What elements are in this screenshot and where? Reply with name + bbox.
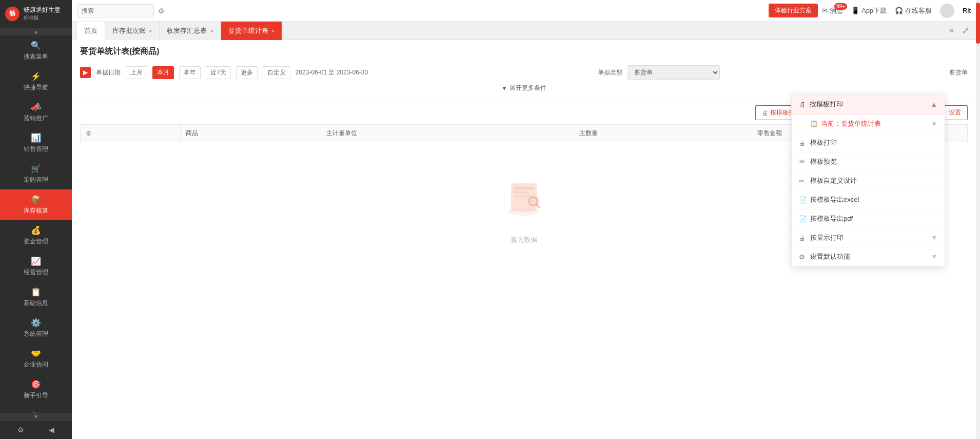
close-order-stats-icon[interactable]: ×: [271, 28, 275, 34]
sidebar-item-basic[interactable]: 📋基础信息: [0, 282, 72, 313]
date-btn-7days[interactable]: 近7天: [206, 66, 231, 79]
dropdown-current-item[interactable]: 📋 当前：要货单统计表 ▼: [792, 114, 945, 133]
dropdown-close-icon[interactable]: ▲: [930, 100, 937, 108]
tab-home[interactable]: 首页: [77, 22, 105, 40]
dropdown-item-template-pdf[interactable]: 📄 按模板导出pdf: [792, 209, 945, 228]
date-btn-current[interactable]: 本月: [152, 66, 174, 79]
sidebar-item-finance[interactable]: 💰资金管理: [0, 220, 72, 251]
sidebar-scroll-up[interactable]: ▲: [0, 28, 72, 35]
sidebar-item-guide[interactable]: 🎯新手引导: [0, 374, 72, 405]
table-settings-icon[interactable]: ⚙: [86, 130, 91, 137]
sidebar-item-search[interactable]: 🔍搜索菜单: [0, 35, 72, 66]
message-badge: 99+: [834, 3, 847, 10]
sidebar-item-system[interactable]: ⚙️系统管理: [0, 313, 72, 343]
order-cat-label: 要货单: [949, 68, 968, 77]
tab-bar: 首页 库存批次账 × 收发存汇总表 × 要货单统计表 × × ⤢: [72, 22, 976, 40]
sidebar-icon-marketing: 📣: [31, 102, 41, 112]
experience-industry-button[interactable]: 体验行业方案: [769, 4, 818, 17]
online-service-btn[interactable]: 🎧 在线客服: [895, 6, 932, 15]
filter-row-1: ▶ 单据日期 上月 本月 本年 近7天 更多 自定义 2023-06-01 至 …: [80, 65, 968, 80]
svg-rect-4: [514, 195, 532, 197]
sidebar-icon-guide: 🎯: [31, 379, 41, 389]
sidebar-bottom: ⚙ ◀: [0, 420, 72, 439]
sidebar-icon-shortcut: ⚡: [31, 71, 41, 81]
col-settings[interactable]: ⚙: [81, 125, 181, 142]
dropdown-item-template-preview[interactable]: 👁 模板预览: [792, 152, 945, 171]
window-close-icon[interactable]: ×: [947, 24, 956, 37]
dropdown-item-display-print[interactable]: 🖨 按显示打印 ▼: [792, 228, 945, 247]
sidebar-item-cooperation[interactable]: 🤝企业协同: [0, 343, 72, 374]
sidebar-icon-purchase: 🛒: [31, 164, 41, 174]
settings-button[interactable]: 设置: [942, 105, 968, 120]
sidebar-item-marketing[interactable]: 📣营销推广: [0, 97, 72, 128]
settings-icon[interactable]: ⚙: [17, 426, 24, 434]
order-type-select[interactable]: 要货单: [628, 65, 720, 80]
date-range: 2023-06-01 至 2023-06-30: [296, 68, 368, 77]
close-inventory-batch-icon[interactable]: ×: [149, 28, 152, 34]
tab-inventory-batch-label: 库存批次账: [112, 26, 146, 35]
print-template-dropdown: 🖨 按模板打印 ▲ 📋 当前：要货单统计表 ▼ 🖨 模板打印 👁 模板: [791, 94, 945, 267]
empty-illustration: [501, 173, 547, 219]
dropdown-item-template-design[interactable]: ✏ 模板自定义设计: [792, 171, 945, 190]
col-unit: 主计量单位: [321, 125, 574, 142]
headset-icon: 🎧: [895, 7, 903, 14]
app-version: 标准版: [24, 14, 61, 22]
tab-order-stats[interactable]: 要货单统计表 ×: [221, 22, 282, 40]
close-receipt-summary-icon[interactable]: ×: [210, 28, 213, 34]
col-quantity: 主数量: [574, 125, 752, 142]
set-default-arrow-icon: ▼: [931, 253, 937, 260]
collapse-icon[interactable]: ◀: [49, 426, 54, 434]
dropdown-item-set-default[interactable]: ⚙ 设置默认功能 ▼: [792, 247, 945, 266]
current-item-arrow: ▼: [931, 120, 937, 128]
tab-receipt-summary[interactable]: 收发存汇总表 ×: [160, 22, 221, 40]
sidebar-label-purchase: 采购管理: [24, 176, 48, 184]
dropdown-item-template-pdf-label: 按模板导出pdf: [810, 214, 853, 223]
sidebar-item-shortcut[interactable]: ⚡快捷导航: [0, 66, 72, 97]
dropdown-print-icon: 🖨: [799, 101, 806, 108]
sidebar-icon-sales: 📊: [31, 133, 41, 143]
col-goods: 商品: [180, 125, 321, 142]
sidebar-item-sales[interactable]: 📊销售管理: [0, 128, 72, 159]
empty-icon: [501, 173, 547, 229]
dropdown-item-template-excel[interactable]: 📄 按模板导出excel: [792, 190, 945, 209]
avatar[interactable]: [940, 4, 954, 18]
sidebar-label-basic: 基础信息: [24, 299, 48, 308]
tab-inventory-batch[interactable]: 库存批次账 ×: [105, 22, 160, 40]
sidebar-item-inventory[interactable]: 📦库存核算: [0, 189, 72, 220]
display-print-arrow-icon: ▼: [931, 234, 937, 241]
main-area: ⚙ 体验行业方案 ✉ 消息 99+ 📱 App下载 🎧 在线客服 Rit 首页: [72, 0, 976, 439]
gear-icon[interactable]: ⚙: [158, 7, 165, 15]
search-input[interactable]: [77, 4, 154, 17]
current-item-label: 当前：要货单统计表: [821, 119, 881, 128]
online-service-label: 在线客服: [905, 6, 932, 15]
dropdown-item-template-excel-label: 按模板导出excel: [810, 195, 859, 204]
empty-text: 暂无数据: [511, 235, 537, 244]
sidebar-label-guide: 新手引导: [24, 391, 48, 400]
app-download-btn[interactable]: 📱 App下载: [851, 6, 887, 15]
dropdown-pdf-icon: 📄: [799, 215, 807, 223]
dropdown-item-template-preview-label: 模板预览: [810, 157, 837, 166]
right-scrollbar[interactable]: [976, 0, 980, 439]
date-btn-year[interactable]: 本年: [179, 66, 201, 79]
sidebar-label-search: 搜索菜单: [24, 52, 48, 61]
date-btn-more[interactable]: 更多: [236, 66, 258, 79]
scrollbar-thumb[interactable]: [976, 3, 980, 44]
app-download-icon: 📱: [851, 7, 859, 14]
date-btn-custom[interactable]: 自定义: [263, 66, 290, 79]
filter-expand-arrow[interactable]: ▶: [80, 67, 91, 78]
page-header: 要货单统计表(按商品): [72, 40, 976, 61]
date-btn-prev[interactable]: 上月: [126, 66, 147, 79]
message-btn[interactable]: ✉ 消息 99+: [822, 6, 843, 15]
maximize-icon[interactable]: ⤢: [960, 24, 971, 37]
user-name[interactable]: Rit: [963, 7, 971, 14]
sidebar-item-operation[interactable]: 📈经营管理: [0, 251, 72, 282]
date-label: 单据日期: [96, 68, 121, 77]
dropdown-preview-icon: 👁: [799, 158, 806, 166]
sidebar-label-marketing: 营销推广: [24, 114, 48, 123]
sidebar-scroll-down[interactable]: ▼: [0, 413, 72, 420]
expand-more-btn[interactable]: ▼ 展开更多条件: [497, 82, 551, 94]
tab-home-label: 首页: [84, 26, 97, 35]
sidebar-item-purchase[interactable]: 🛒采购管理: [0, 159, 72, 189]
dropdown-item-template-print[interactable]: 🖨 模板打印: [792, 133, 945, 152]
sidebar-item-appstore[interactable]: 📱应用中心: [0, 405, 72, 413]
